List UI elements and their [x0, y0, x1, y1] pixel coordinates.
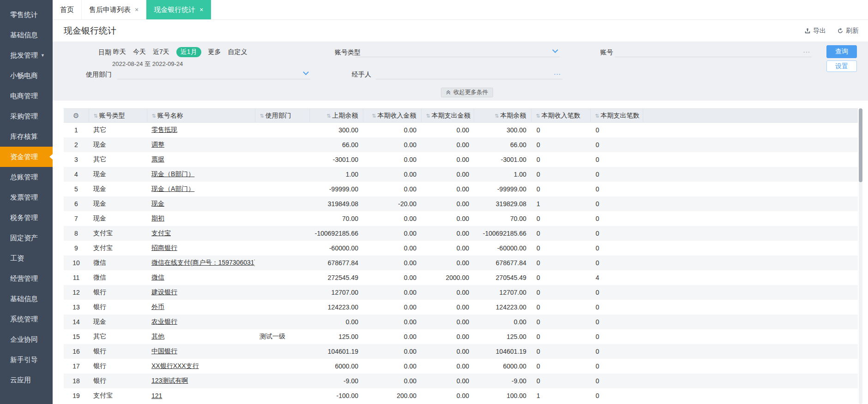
account-name-link[interactable]: 中国银行	[151, 347, 177, 355]
table-row[interactable]: 15 其它 其他 测试一级 125.00 0.00 0.00 125.00 0 …	[64, 329, 858, 344]
account-name-link[interactable]: 123测试有啊	[151, 377, 188, 384]
table-row[interactable]: 19 支付宝 121 -100.00 200.00 0.00 100.00 1 …	[64, 388, 858, 403]
sort-icon[interactable]: ⇅	[426, 113, 430, 119]
table-row[interactable]: 5 现金 现金（A部门） -99999.00 0.00 0.00 -99999.…	[64, 182, 858, 196]
sidebar-item[interactable]: 基础信息	[0, 25, 53, 45]
collapse-conditions-button[interactable]: 收起更多条件	[441, 88, 493, 97]
date-quick-option[interactable]: 昨天	[113, 48, 126, 56]
account-name-link[interactable]: 外币	[151, 303, 164, 310]
table-row[interactable]: 4 现金 现金（B部门） 1.00 0.00 0.00 1.00 0 0	[64, 167, 858, 182]
export-button[interactable]: 导出	[804, 27, 826, 35]
account-name-link[interactable]: 微信在线支付(商户号：1597306031)	[151, 259, 255, 266]
tab[interactable]: 售后申请列表 ×	[82, 0, 146, 19]
sidebar-item[interactable]: 零售统计	[0, 5, 53, 25]
sidebar-item[interactable]: 基础信息	[0, 289, 53, 309]
vertical-scrollbar-thumb[interactable]	[859, 108, 862, 182]
date-quick-option[interactable]: 自定义	[228, 48, 247, 56]
sort-icon[interactable]: ⇅	[595, 113, 599, 119]
sidebar-item[interactable]: 企业协同	[0, 329, 53, 350]
date-quick-option[interactable]: 今天	[133, 48, 146, 56]
account-type-select[interactable]	[356, 45, 560, 57]
vertical-scrollbar-track[interactable]	[859, 108, 862, 404]
column-header-prev-balance[interactable]: ⇅上期余额	[309, 109, 363, 123]
tab[interactable]: 首页	[53, 0, 82, 19]
table-row[interactable]: 1 其它 零售抵现 300.00 0.00 0.00 300.00 0 0	[64, 123, 858, 137]
table-row[interactable]: 11 微信 微信 272545.49 0.00 2000.00 270545.4…	[64, 270, 858, 285]
query-button[interactable]: 查询	[826, 45, 857, 58]
table-row[interactable]: 10 微信 微信在线支付(商户号：1597306031) 678677.84 0…	[64, 255, 858, 270]
table-row[interactable]: 9 支付宝 招商银行 -60000.00 0.00 0.00 -60000.00…	[64, 241, 858, 255]
column-header-account-name[interactable]: ⇅账号名称	[147, 109, 255, 123]
column-header-department[interactable]: ⇅使用部门	[255, 109, 309, 123]
sidebar-item[interactable]: 固定资产	[0, 228, 53, 248]
sidebar-item[interactable]: 系统管理	[0, 309, 53, 329]
account-name-link[interactable]: 其他	[151, 333, 164, 340]
settings-button[interactable]: 设置	[826, 60, 857, 72]
handler-picker-icon[interactable]: ...	[554, 68, 561, 76]
account-name-link[interactable]: 现金（B部门）	[151, 170, 194, 178]
sort-icon[interactable]: ⇅	[326, 113, 331, 119]
sort-icon[interactable]: ⇅	[94, 113, 98, 119]
handler-input[interactable]: ...	[376, 67, 562, 79]
table-row[interactable]: 2 现金 调整 66.00 0.00 0.00 66.00 0 0	[64, 137, 858, 152]
account-name-link[interactable]: 现金（A部门）	[151, 185, 194, 192]
table-row[interactable]: 12 银行 建设银行 12707.00 0.00 0.00 12707.00 0…	[64, 285, 858, 300]
sidebar-item[interactable]: 工资	[0, 248, 53, 268]
column-header-income-count[interactable]: ⇅本期收入笔数	[531, 109, 590, 123]
table-row[interactable]: 16 银行 中国银行 104601.19 0.00 0.00 104601.19…	[64, 344, 858, 359]
sidebar-item[interactable]: 新手引导	[0, 350, 53, 370]
account-input[interactable]: ...	[615, 45, 812, 57]
sidebar-item[interactable]: 库存核算	[0, 126, 53, 147]
chevron-down-icon[interactable]	[303, 69, 309, 75]
column-header-settings[interactable]: ⚙	[64, 109, 89, 123]
sidebar-item[interactable]: 批发管理 ▼	[0, 45, 53, 65]
tab-close-icon[interactable]: ×	[135, 6, 139, 13]
account-name-link[interactable]: 农业银行	[151, 318, 177, 325]
department-select[interactable]	[117, 67, 310, 79]
account-name-link[interactable]: 调整	[151, 141, 164, 148]
column-header-income-amount[interactable]: ⇅本期收入金额	[363, 109, 421, 123]
column-settings-gear-icon[interactable]: ⚙	[73, 112, 79, 119]
sort-icon[interactable]: ⇅	[260, 113, 264, 119]
tab-close-icon[interactable]: ×	[199, 6, 203, 13]
sort-icon[interactable]: ⇅	[372, 113, 376, 119]
account-name-link[interactable]: 票据	[151, 155, 164, 163]
account-name-link[interactable]: 零售抵现	[151, 126, 177, 133]
account-name-link[interactable]: 现金	[151, 200, 164, 207]
column-header-current-balance[interactable]: ⇅本期余额	[474, 109, 531, 123]
date-quick-option[interactable]: 近1月	[176, 47, 201, 57]
account-name-link[interactable]: 121	[151, 392, 162, 399]
column-header-expense-amount[interactable]: ⇅本期支出金额	[421, 109, 474, 123]
account-name-link[interactable]: 期初	[151, 214, 164, 222]
sort-icon[interactable]: ⇅	[152, 113, 156, 119]
table-row[interactable]: 7 现金 期初 70.00 0.00 0.00 70.00 0 0	[64, 211, 858, 226]
date-quick-option[interactable]: 近7天	[153, 48, 169, 56]
table-row[interactable]: 17 银行 XX银行XXX支行 6000.00 0.00 0.00 6000.0…	[64, 359, 858, 374]
sidebar-item[interactable]: 电商管理	[0, 86, 53, 106]
chevron-down-icon[interactable]	[552, 47, 558, 53]
sidebar-item[interactable]: 总账管理	[0, 167, 53, 187]
table-row[interactable]: 13 银行 外币 124223.00 0.00 0.00 124223.00 0…	[64, 300, 858, 315]
table-row[interactable]: 3 其它 票据 -3001.00 0.00 0.00 -3001.00 0 0	[64, 152, 858, 167]
sort-icon[interactable]: ⇅	[536, 113, 540, 119]
sidebar-item[interactable]: 小畅电商	[0, 65, 53, 86]
account-name-link[interactable]: 建设银行	[151, 288, 177, 296]
account-name-link[interactable]: XX银行XXX支行	[151, 362, 199, 369]
sidebar-item[interactable]: 资金管理	[0, 147, 53, 167]
account-name-link[interactable]: 微信	[151, 273, 164, 281]
account-picker-icon[interactable]: ...	[803, 46, 810, 54]
table-row[interactable]: 18 银行 123测试有啊 -9.00 0.00 0.00 -9.00 0 0	[64, 374, 858, 388]
table-row[interactable]: 6 现金 现金 319849.08 -20.00 0.00 319829.08 …	[64, 196, 858, 211]
column-header-expense-count[interactable]: ⇅本期支出笔数	[590, 109, 643, 123]
sidebar-item[interactable]: 采购管理	[0, 106, 53, 126]
account-name-link[interactable]: 支付宝	[151, 229, 171, 237]
sort-icon[interactable]: ⇅	[494, 113, 499, 119]
sidebar-item[interactable]: 税务管理	[0, 208, 53, 228]
table-row[interactable]: 14 现金 农业银行 0.00 0.00 0.00 0.00 0 0	[64, 315, 858, 329]
sidebar-item[interactable]: 经营管理	[0, 268, 53, 289]
tab[interactable]: 现金银行统计 ×	[146, 0, 211, 19]
sidebar-item[interactable]: 云应用	[0, 370, 53, 390]
account-name-link[interactable]: 招商银行	[151, 244, 177, 251]
date-quick-option[interactable]: 更多	[208, 48, 221, 56]
column-header-account-type[interactable]: ⇅账号类型	[89, 109, 147, 123]
